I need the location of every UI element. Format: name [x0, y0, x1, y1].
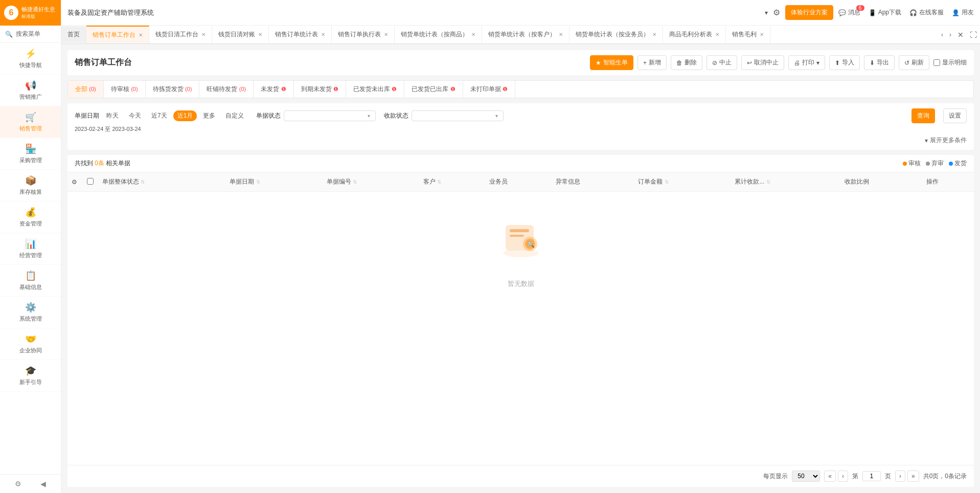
sales-stat-customer-tab-close[interactable]: ✕: [559, 32, 563, 37]
filter-date-today[interactable]: 今天: [125, 110, 145, 121]
subtab-overdue[interactable]: 到期未发货 ❶: [294, 81, 346, 98]
show-detail-checkbox[interactable]: [933, 59, 940, 66]
page-next-btn[interactable]: ›: [895, 470, 905, 482]
sales-exec-tab-close[interactable]: ✕: [384, 32, 388, 37]
subtab-shipped-out[interactable]: 已发货已出库 ❶: [404, 81, 463, 98]
add-button[interactable]: + 新增: [637, 55, 667, 70]
tab-sales-stat-customer[interactable]: 销货单统计表（按客户） ✕: [482, 26, 569, 43]
tab-home[interactable]: 首页: [61, 26, 86, 43]
table-settings-col[interactable]: ⚙: [67, 172, 83, 192]
tab-sales-stat[interactable]: 销售订单统计表 ✕: [269, 26, 332, 43]
cash-reconcile-tab-close[interactable]: ✕: [258, 32, 262, 37]
topbar-message[interactable]: 💬 消息 6: [838, 8, 860, 17]
filter-date-7days[interactable]: 近7天: [147, 110, 171, 121]
filter-date-custom[interactable]: 自定义: [221, 110, 248, 121]
export-button[interactable]: ⬇ 导出: [864, 55, 895, 70]
filter-payment-select[interactable]: ▾: [412, 110, 504, 121]
subtab-shipped-not-out[interactable]: 已发货未出库 ❶: [346, 81, 404, 98]
subtab-all[interactable]: 全部 (0): [68, 81, 104, 98]
tab-cash-reconcile[interactable]: 钱货日清对账 ✕: [212, 26, 269, 43]
cancel-review-button[interactable]: 弃审: [926, 159, 944, 168]
stop-button[interactable]: ⊘ 中止: [706, 55, 737, 70]
sales-stat-product-tab-close[interactable]: ✕: [471, 32, 475, 37]
topbar-cta-button[interactable]: 体验行业方案: [785, 5, 833, 20]
sidebar-item-marketing[interactable]: 📢 营销推广: [0, 75, 61, 106]
tabbar-fullscreen[interactable]: ⛶: [967, 27, 980, 43]
cash-daily-tab-label: 钱货日清工作台: [155, 30, 198, 39]
tab-sales-workbench[interactable]: 销售订单工作台 ✕: [86, 26, 149, 43]
sidebar-item-sales[interactable]: 🛒 销售管理: [0, 106, 61, 138]
subtab-wangpu[interactable]: 旺铺待发货 (0): [199, 81, 254, 98]
tabbar-prev-arrow[interactable]: ‹: [938, 27, 946, 42]
sidebar-item-enterprise[interactable]: 🤝 企业协同: [0, 328, 61, 360]
subtab-pending-inspect[interactable]: 待拣货发货 (0): [146, 81, 200, 98]
page-input[interactable]: [862, 471, 881, 481]
tab-goods-margin[interactable]: 商品毛利分析表 ✕: [663, 26, 726, 43]
subtab-unshipped[interactable]: 未发货 ❶: [254, 81, 293, 98]
review-button[interactable]: 审核: [903, 159, 921, 168]
sidebar-item-nav[interactable]: ⚡ 快捷导航: [0, 43, 61, 75]
topbar-user[interactable]: 👤 用友: [952, 8, 974, 17]
sidebar-item-operation[interactable]: 📊 经营管理: [0, 233, 61, 265]
filter-status-select[interactable]: ▾: [284, 110, 376, 121]
sidebar-item-basic[interactable]: 📋 基础信息: [0, 265, 61, 297]
filter-settings-button[interactable]: 设置: [943, 108, 967, 123]
table-col-customer[interactable]: 客户: [419, 172, 485, 192]
cash-daily-tab-close[interactable]: ✕: [201, 32, 206, 37]
tabbar-next-arrow[interactable]: ›: [946, 27, 954, 42]
sales-income-tab-close[interactable]: ✕: [760, 32, 764, 37]
select-all-checkbox[interactable]: [87, 178, 94, 185]
tab-sales-stat-product[interactable]: 销货单统计表（按商品） ✕: [395, 26, 482, 43]
table-checkbox-col[interactable]: [83, 172, 98, 192]
subtab-unprinted[interactable]: 未打印单据 ❶: [463, 81, 515, 98]
sidebar-item-system[interactable]: ⚙️ 系统管理: [0, 297, 61, 328]
system-icon: ⚙️: [25, 302, 36, 313]
sidebar-item-purchase[interactable]: 🏪 采购管理: [0, 138, 61, 170]
sidebar-settings-btn[interactable]: ⚙: [15, 480, 21, 488]
table-col-date[interactable]: 单据日期: [225, 172, 322, 192]
sidebar-item-inventory[interactable]: 📦 库存核算: [0, 170, 61, 201]
print-button[interactable]: 🖨 打印 ▾: [788, 55, 825, 70]
sales-stat-tab-close[interactable]: ✕: [321, 32, 325, 37]
tab-cash-daily[interactable]: 钱货日清工作台 ✕: [149, 26, 212, 43]
table-col-status[interactable]: 单据整体状态: [98, 172, 225, 192]
ship-button[interactable]: 发货: [949, 159, 967, 168]
filter-date-yesterday[interactable]: 昨天: [102, 110, 123, 121]
filter-date-more[interactable]: 更多: [199, 110, 219, 121]
page-prev-btn[interactable]: ‹: [838, 470, 848, 482]
import-button[interactable]: ⬆ 导入: [829, 55, 860, 70]
refresh-button[interactable]: ↺ 刷新: [899, 55, 929, 70]
empty-state: 🔍 暂无数据: [67, 192, 974, 309]
show-detail-label[interactable]: 显示明细: [933, 58, 967, 67]
topbar-settings-icon[interactable]: ⚙: [773, 8, 780, 17]
table-scroll-area[interactable]: ⚙ 单据整体状态 单据日期 单据编号: [67, 172, 974, 465]
page-size-select[interactable]: 50 10 20 100: [792, 470, 820, 482]
sidebar-search[interactable]: 🔍 搜索菜单: [0, 26, 61, 43]
table-col-collected[interactable]: 累计收款...: [731, 172, 840, 192]
filter-date-1month[interactable]: 近1月: [173, 110, 197, 121]
sidebar-collapse-btn[interactable]: ◀: [40, 480, 46, 488]
cancel-stop-button[interactable]: ↩ 取消中止: [741, 55, 784, 70]
smart-create-button[interactable]: ★ 智能生单: [590, 55, 633, 70]
expand-conditions-button[interactable]: ▾ 展开更多条件: [925, 136, 967, 145]
sales-stat-staff-tab-close[interactable]: ✕: [652, 32, 656, 37]
table-col-number[interactable]: 单据编号: [323, 172, 419, 192]
page-last-btn[interactable]: »: [907, 470, 919, 482]
page-first-btn[interactable]: «: [824, 470, 836, 482]
goods-margin-tab-close[interactable]: ✕: [715, 32, 719, 37]
tab-sales-income[interactable]: 销售毛利 ✕: [726, 26, 770, 43]
tab-sales-exec[interactable]: 销售订单执行表 ✕: [332, 26, 395, 43]
topbar-app-download[interactable]: 📱 App下载: [869, 8, 901, 17]
review-dot: [903, 162, 907, 166]
topbar-dropdown[interactable]: ▾: [765, 9, 768, 16]
query-button[interactable]: 查询: [911, 108, 935, 123]
sales-workbench-tab-close[interactable]: ✕: [139, 32, 143, 38]
topbar-service[interactable]: 🎧 在线客服: [909, 8, 944, 17]
tab-sales-stat-staff[interactable]: 销货单统计表（按业务员） ✕: [569, 26, 663, 43]
sidebar-item-finance[interactable]: 💰 资金管理: [0, 201, 61, 233]
subtab-pending-review[interactable]: 待审核 (0): [104, 81, 146, 98]
tabbar-close-all[interactable]: ✕: [954, 27, 967, 43]
table-col-amount[interactable]: 订单金额: [634, 172, 731, 192]
sidebar-item-newbie[interactable]: 🎓 新手引导: [0, 360, 61, 392]
delete-button[interactable]: 🗑 删除: [671, 55, 702, 70]
